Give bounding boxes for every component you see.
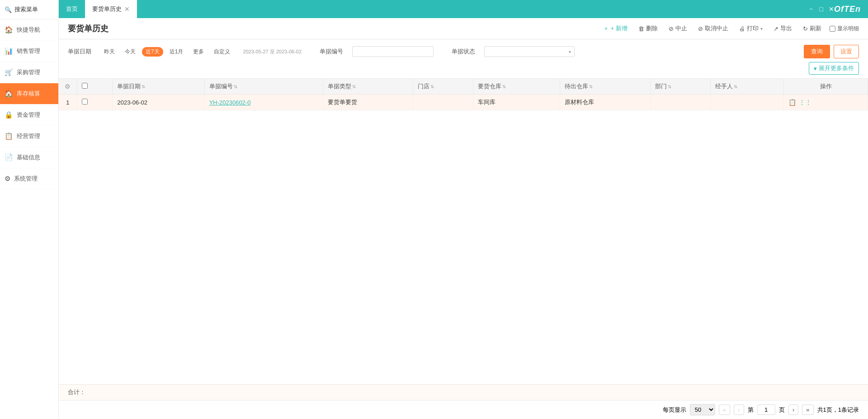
page-number-input[interactable] bbox=[757, 405, 775, 415]
system-icon: ⚙ bbox=[5, 175, 10, 183]
col-department[interactable]: 部门 ⇅ bbox=[651, 79, 710, 95]
next-page-button[interactable]: › bbox=[788, 405, 798, 415]
delete-button[interactable]: 🗑 删除 bbox=[636, 23, 660, 34]
table-settings-icon[interactable]: ⚙ bbox=[65, 83, 71, 90]
tab-close-icon[interactable]: ✕ bbox=[124, 5, 130, 13]
col-action: 操作 bbox=[784, 79, 868, 95]
sort-date[interactable]: 单据日期 ⇅ bbox=[117, 82, 145, 90]
minimize-button[interactable]: － bbox=[808, 5, 814, 13]
pagination: 每页显示 20 50 100 200 « ‹ 第 页 › » 共1页，1条记录 bbox=[59, 400, 868, 419]
basic-icon: 📄 bbox=[5, 153, 13, 162]
date-filter-label: 单据日期 bbox=[68, 48, 91, 56]
sidebar-search[interactable]: 🔍 搜索菜单 bbox=[0, 0, 58, 19]
row-index: 1 bbox=[59, 95, 77, 110]
sort-icon-date: ⇅ bbox=[142, 84, 145, 89]
prev-page-button[interactable]: ‹ bbox=[734, 405, 744, 415]
col-settings[interactable]: ⚙ bbox=[59, 79, 77, 95]
last-page-button[interactable]: » bbox=[802, 405, 813, 415]
date-btn-custom[interactable]: 自定义 bbox=[210, 47, 234, 57]
col-handler[interactable]: 经手人 ⇅ bbox=[710, 79, 784, 95]
summary-label: 合计： bbox=[68, 388, 85, 396]
sort-department[interactable]: 部门 ⇅ bbox=[655, 82, 671, 90]
new-button[interactable]: ＋ + 新增 bbox=[600, 23, 630, 34]
print-dropdown-icon: ▾ bbox=[760, 26, 763, 31]
sidebar-item-system[interactable]: ⚙ 系统管理 bbox=[0, 168, 58, 190]
col-date[interactable]: 单据日期 ⇅ bbox=[113, 79, 204, 95]
sort-pending-warehouse[interactable]: 待出仓库 ⇅ bbox=[565, 82, 593, 90]
sort-icon-pending-warehouse: ⇅ bbox=[589, 84, 593, 89]
date-btn-1month[interactable]: 近1月 bbox=[166, 47, 187, 57]
total-info: 共1页，1条记录 bbox=[817, 406, 859, 414]
row-order-no[interactable]: YH-20230602-0 bbox=[204, 95, 323, 110]
tab-requisition-label: 要货单历史 bbox=[92, 5, 122, 13]
tab-requisition-history[interactable]: 要货单历史 ✕ bbox=[85, 0, 137, 18]
date-btn-more[interactable]: 更多 bbox=[189, 47, 208, 57]
show-detail-checkbox[interactable] bbox=[830, 26, 835, 32]
refresh-button[interactable]: ↻ 刷新 bbox=[800, 23, 824, 34]
date-btn-7days[interactable]: 近7天 bbox=[142, 47, 163, 57]
order-no-label: 单据编号 bbox=[320, 48, 343, 56]
view-action-icon[interactable]: 📋 bbox=[788, 99, 796, 106]
sort-handler[interactable]: 经手人 ⇅ bbox=[715, 82, 737, 90]
cancel-suspend-button[interactable]: ⊘ 取消中止 bbox=[695, 23, 731, 34]
window-close-button[interactable]: ✕ bbox=[829, 5, 834, 13]
status-select[interactable] bbox=[484, 46, 575, 57]
per-page-label: 每页显示 bbox=[663, 406, 686, 414]
search-icon: 🔍 bbox=[5, 6, 12, 13]
per-page-select[interactable]: 20 50 100 200 bbox=[690, 404, 715, 415]
sidebar-item-label: 基础信息 bbox=[17, 153, 40, 162]
expand-label: 展开更多条件 bbox=[819, 64, 854, 72]
query-button[interactable]: 查询 bbox=[804, 45, 830, 58]
row-date: 2023-06-02 bbox=[113, 95, 204, 110]
delete-icon: 🗑 bbox=[638, 25, 644, 32]
suspend-button[interactable]: ⊘ 中止 bbox=[666, 23, 690, 34]
sidebar-item-label: 系统管理 bbox=[14, 175, 38, 183]
date-btn-yesterday[interactable]: 昨天 bbox=[100, 47, 118, 57]
edit-action-icon[interactable]: ⋮⋮ bbox=[799, 99, 811, 106]
row-store bbox=[413, 95, 473, 110]
filter-area: 单据日期 昨天 今天 近7天 近1月 更多 自定义 2023-05-27 至 2… bbox=[59, 39, 868, 79]
col-req-warehouse[interactable]: 要货仓库 ⇅ bbox=[473, 79, 560, 95]
sidebar-item-purchase[interactable]: 🛒 采购管理 bbox=[0, 62, 58, 83]
page-suffix: 页 bbox=[779, 406, 785, 414]
show-detail-toggle[interactable]: 显示明细 bbox=[830, 25, 859, 33]
col-checkbox bbox=[77, 79, 113, 95]
select-all-checkbox[interactable] bbox=[82, 83, 88, 89]
table-area: ⚙ 单据日期 ⇅ 单据编号 bbox=[59, 79, 868, 384]
sidebar-item-finance[interactable]: 🔒 资金管理 bbox=[0, 105, 58, 126]
expand-icon: ▾ bbox=[814, 65, 817, 72]
cancel-suspend-label: 取消中止 bbox=[705, 24, 728, 33]
col-store[interactable]: 门店 ⇅ bbox=[413, 79, 473, 95]
sidebar-item-shortcut[interactable]: 🏠 快捷导航 bbox=[0, 19, 58, 41]
first-page-button[interactable]: « bbox=[719, 405, 730, 415]
settings-button[interactable]: 设置 bbox=[834, 45, 859, 58]
sidebar-item-sales[interactable]: 📊 销售管理 bbox=[0, 41, 58, 62]
maximize-button[interactable]: □ bbox=[820, 5, 823, 13]
sidebar-item-operations[interactable]: 📋 经营管理 bbox=[0, 126, 58, 147]
sort-store[interactable]: 门店 ⇅ bbox=[418, 82, 434, 90]
sidebar-item-label: 销售管理 bbox=[17, 47, 40, 55]
date-range-display: 2023-05-27 至 2023-06-02 bbox=[243, 48, 302, 55]
col-type[interactable]: 单据类型 ⇅ bbox=[323, 79, 413, 95]
export-button[interactable]: ↗ 导出 bbox=[771, 23, 795, 34]
suspend-label: 中止 bbox=[675, 24, 687, 33]
date-btn-today[interactable]: 今天 bbox=[121, 47, 139, 57]
sort-type[interactable]: 单据类型 ⇅ bbox=[328, 82, 356, 90]
order-no-input[interactable] bbox=[352, 46, 434, 57]
filter-row-1: 单据日期 昨天 今天 近7天 近1月 更多 自定义 2023-05-27 至 2… bbox=[68, 45, 859, 58]
table-header: ⚙ 单据日期 ⇅ 单据编号 bbox=[59, 79, 868, 95]
page-title: 要货单历史 bbox=[68, 23, 108, 34]
sidebar-item-label: 快捷导航 bbox=[17, 26, 40, 34]
row-select-checkbox[interactable] bbox=[82, 99, 88, 105]
print-icon: 🖨 bbox=[739, 25, 745, 32]
sort-order-no[interactable]: 单据编号 ⇅ bbox=[209, 82, 237, 90]
col-pending-warehouse[interactable]: 待出仓库 ⇅ bbox=[560, 79, 651, 95]
sort-req-warehouse[interactable]: 要货仓库 ⇅ bbox=[478, 82, 506, 90]
print-button[interactable]: 🖨 打印 ▾ bbox=[736, 23, 765, 34]
tab-home[interactable]: 首页 bbox=[59, 0, 85, 18]
finance-icon: 🔒 bbox=[5, 111, 13, 119]
sidebar-item-inventory[interactable]: 🏠 库存核算 bbox=[0, 83, 58, 105]
sidebar-item-basic[interactable]: 📄 基础信息 bbox=[0, 147, 58, 168]
expand-more-button[interactable]: ▾ 展开更多条件 bbox=[809, 62, 859, 75]
col-order-no[interactable]: 单据编号 ⇅ bbox=[204, 79, 323, 95]
